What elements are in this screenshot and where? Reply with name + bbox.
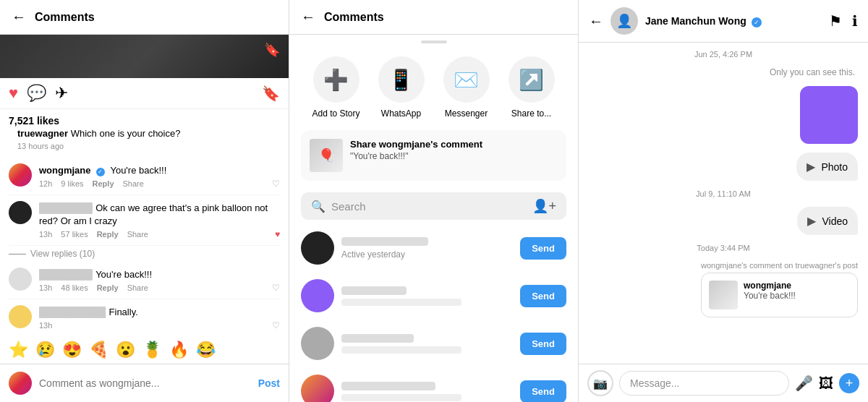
- play-icon: ▶: [807, 214, 816, 228]
- comment-heart-icon[interactable]: ♡: [272, 283, 280, 293]
- post-time: 13 hours ago: [9, 140, 280, 155]
- share-comment-image: 🎈: [310, 139, 343, 172]
- only-you-note: Only you can see this.: [589, 67, 858, 77]
- share-more-icon: ↗️: [509, 56, 555, 103]
- table-row: ████████ Ok can we agree that's a pink b…: [9, 195, 280, 246]
- image-picker-button[interactable]: 🖼: [819, 375, 833, 392]
- avatar[interactable]: [9, 201, 32, 224]
- share-more-button[interactable]: ↗️ Share to...: [506, 56, 557, 119]
- messenger-label: Messenger: [445, 108, 488, 119]
- chat-header-icons: ⚑ ℹ: [829, 12, 858, 30]
- video-label: Video: [822, 215, 848, 227]
- comment-input[interactable]: [39, 377, 251, 389]
- emoji-laugh[interactable]: 😂: [196, 341, 216, 359]
- emoji-star[interactable]: ⭐: [9, 341, 28, 359]
- list-item: Send: [289, 272, 578, 320]
- comment-input-row: Post: [0, 364, 289, 402]
- send-button[interactable]: Send: [520, 380, 566, 403]
- chat-back-button[interactable]: ←: [589, 13, 603, 30]
- comment-likes: 57 likes: [61, 230, 88, 239]
- emoji-heart-eyes[interactable]: 😍: [62, 341, 82, 359]
- comment-time: 12h: [39, 179, 52, 188]
- video-message-bubble[interactable]: ▶ Video: [797, 207, 858, 235]
- emoji-sad[interactable]: 😢: [35, 341, 55, 359]
- message-input[interactable]: [619, 371, 789, 395]
- user-name: [341, 382, 435, 390]
- comment-username[interactable]: wongmjane: [39, 165, 91, 176]
- emoji-pizza[interactable]: 🍕: [89, 341, 109, 359]
- dm-chat-panel: ← 👤 Jane Manchun Wong ✓ ⚑ ℹ Jun 25, 4:26…: [579, 0, 868, 402]
- share-comment-preview: 🎈 Share wongmjane's comment "You're back…: [301, 130, 566, 181]
- play-icon: ▶: [807, 160, 815, 174]
- share-comment-subtitle: "You're back!!!": [350, 151, 558, 161]
- comment-username[interactable]: ████████: [39, 269, 93, 280]
- flag-icon[interactable]: ⚑: [829, 12, 842, 30]
- share-button[interactable]: Share: [127, 230, 148, 239]
- shared-comment-card[interactable]: wongmjane You're back!!!: [701, 273, 858, 317]
- share-comment-title: Share wongmjane's comment: [350, 139, 558, 150]
- photo-message-bubble[interactable]: ▶ Photo: [796, 153, 858, 181]
- reply-button[interactable]: Reply: [93, 179, 114, 188]
- mic-button[interactable]: 🎤: [795, 375, 813, 392]
- chat-header: ← 👤 Jane Manchun Wong ✓ ⚑ ℹ: [579, 0, 868, 43]
- search-icon: 🔍: [311, 200, 326, 213]
- add-button[interactable]: +: [839, 373, 859, 393]
- emoji-surprised[interactable]: 😮: [116, 341, 135, 359]
- send-button[interactable]: Send: [520, 237, 566, 260]
- comment-body: wongmjane ✓ You're back!!! 12h 9 likes R…: [39, 163, 280, 189]
- post-thumbnail[interactable]: [800, 86, 858, 144]
- bookmark-action-icon[interactable]: 🔖: [262, 85, 280, 102]
- share-to-story-button[interactable]: ➕ Add to Story: [311, 56, 362, 119]
- user-info: Active yesterday: [341, 237, 513, 260]
- likes-section: 7,521 likes truewagner Which one is your…: [0, 109, 289, 158]
- search-bar[interactable]: 🔍 👤+: [301, 192, 566, 220]
- comment-icon[interactable]: 💬: [27, 84, 46, 103]
- caption-username[interactable]: truewagner: [17, 128, 68, 139]
- divider: [9, 254, 26, 255]
- avatar: [301, 327, 334, 360]
- comment-time: 13h: [39, 230, 52, 239]
- avatar[interactable]: [9, 163, 32, 187]
- bookmark-icon[interactable]: 🔖: [264, 42, 280, 58]
- chat-avatar[interactable]: 👤: [610, 7, 638, 35]
- comment-username[interactable]: ████████: [39, 202, 93, 213]
- avatar: [301, 231, 334, 265]
- search-input[interactable]: [331, 200, 527, 213]
- info-icon[interactable]: ℹ: [852, 12, 858, 30]
- camera-button[interactable]: 📷: [587, 370, 613, 396]
- avatar[interactable]: [9, 305, 32, 328]
- verified-icon: ✓: [752, 17, 762, 27]
- comment-heart-icon[interactable]: ♡: [272, 320, 280, 330]
- send-button[interactable]: Send: [520, 285, 566, 307]
- emoji-fire[interactable]: 🔥: [169, 341, 189, 359]
- middle-back-button[interactable]: ←: [301, 9, 315, 25]
- list-item: Active yesterday Send: [289, 224, 578, 272]
- add-person-icon[interactable]: 👤+: [532, 198, 556, 214]
- add-to-story-label: Add to Story: [312, 108, 359, 119]
- left-back-button[interactable]: ←: [12, 9, 26, 25]
- heart-icon[interactable]: ♥: [9, 84, 18, 103]
- share-to-messenger-button[interactable]: ✉️ Messenger: [441, 56, 492, 119]
- user-status: [341, 299, 461, 306]
- comments-list: wongmjane ✓ You're back!!! 12h 9 likes R…: [0, 158, 289, 336]
- list-item: Send: [289, 320, 578, 367]
- share-button[interactable]: Share: [123, 179, 144, 188]
- shared-comment-text: You're back!!!: [744, 291, 850, 301]
- comment-body: ████████ Ok can we agree that's a pink b…: [39, 201, 280, 239]
- comment-heart-icon[interactable]: ♡: [272, 179, 280, 189]
- share-to-whatsapp-button[interactable]: 📱 WhatsApp: [376, 56, 427, 119]
- share-button[interactable]: Share: [127, 283, 148, 292]
- view-replies-button[interactable]: View replies (10): [9, 246, 280, 262]
- post-button[interactable]: Post: [258, 377, 280, 389]
- avatar[interactable]: [9, 268, 32, 291]
- emoji-pineapple[interactable]: 🍍: [142, 341, 162, 359]
- likes-count: 7,521 likes: [9, 115, 280, 127]
- comment-heart-icon[interactable]: ♥: [275, 229, 280, 239]
- share-icon[interactable]: ✈: [55, 84, 68, 103]
- comment-meta: 13h 57 likes Reply Share ♥: [39, 229, 280, 239]
- shared-comment-username: wongmjane: [744, 281, 850, 291]
- comment-username[interactable]: ██████████: [39, 307, 106, 317]
- reply-button[interactable]: Reply: [97, 230, 119, 239]
- reply-button[interactable]: Reply: [97, 283, 119, 292]
- send-button[interactable]: Send: [520, 333, 566, 355]
